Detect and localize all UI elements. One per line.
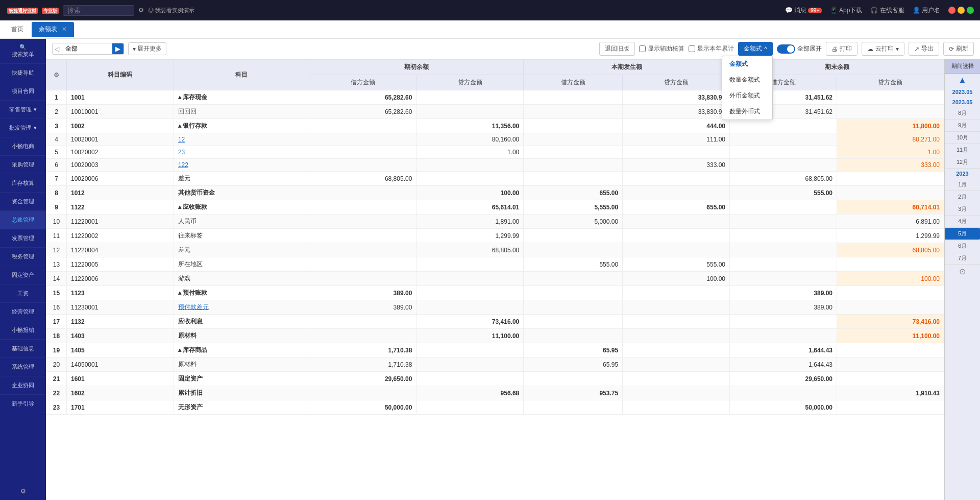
month-10[interactable]: 10月 — [945, 132, 980, 144]
table-settings-icon[interactable]: ⚙ — [54, 72, 59, 79]
table-row: 171132应收利息73,416.0073,416.00 — [46, 315, 944, 329]
sidebar: 🔍搜索菜单 快捷导航 项目合同 零售管理 ▾ 批发管理 ▾ 小畅电商 采购管理 … — [0, 39, 46, 500]
message-btn[interactable]: 💬 消息 99+ — [785, 6, 822, 15]
cell-curr-debit: 5,555.00 — [524, 200, 623, 215]
sidebar-item-basic-info[interactable]: 基础信息 — [0, 340, 46, 358]
window-controls — [948, 7, 974, 14]
cell-code: 11220001 — [67, 215, 174, 229]
cell-ob-debit — [309, 329, 416, 343]
cell-curr-debit — [524, 105, 623, 119]
sidebar-item-ledger[interactable]: 总账管理 — [0, 211, 46, 229]
show-assist-check[interactable]: 显示辅助核算 — [639, 44, 684, 53]
sidebar-item-purchase[interactable]: 采购管理 — [0, 156, 46, 174]
col-ob-debit: 借方金额 — [309, 75, 416, 90]
cell-curr-credit — [623, 229, 730, 243]
table-row: 31002▴ 银行存款11,356.00444.0011,800.00 — [46, 119, 944, 133]
tab-close-icon[interactable]: ✕ — [62, 26, 67, 33]
cell-name: 122 — [174, 159, 309, 172]
month-12[interactable]: 12月 — [945, 156, 980, 169]
month-8[interactable]: 8月 — [945, 107, 980, 120]
cell-ob-credit — [416, 257, 524, 272]
amount-style-option-3[interactable]: 外币金额式 — [722, 88, 772, 104]
cell-cb-debit — [730, 386, 837, 400]
user-avatar[interactable]: 👤 用户名 — [913, 6, 940, 15]
tab-balance[interactable]: 余额表 ✕ — [32, 22, 74, 37]
month-7[interactable]: 7月 — [945, 252, 980, 265]
cell-cb-debit: 29,650.00 — [730, 372, 837, 386]
sidebar-item-collab[interactable]: 企业协同 — [0, 376, 46, 395]
sidebar-item-retail[interactable]: 零售管理 ▾ — [0, 101, 46, 119]
amount-style-option-4[interactable]: 数量外币式 — [722, 104, 772, 120]
export-btn[interactable]: ↗ 导出 — [909, 42, 939, 56]
tab-home[interactable]: 首页 — [4, 22, 31, 37]
cell-code: 11220002 — [67, 229, 174, 243]
sidebar-item-expense[interactable]: 小畅报销 — [0, 321, 46, 340]
show-annual-checkbox[interactable] — [689, 45, 695, 52]
cell-curr-credit — [623, 186, 730, 200]
win-close-btn[interactable] — [948, 7, 955, 14]
show-annual-check[interactable]: 显示本年累计 — [689, 44, 734, 53]
sidebar-item-newbie[interactable]: 新手引导 — [0, 395, 46, 413]
settings-icon[interactable]: ⚙ — [138, 7, 144, 14]
amount-style-option-1[interactable]: 金额式 — [722, 56, 772, 72]
cloud-print-caret-icon: ▾ — [896, 45, 899, 53]
show-assist-checkbox[interactable] — [639, 45, 646, 52]
print-btn[interactable]: 🖨 打印 — [826, 42, 857, 56]
app-download-btn[interactable]: 📱 App下载 — [830, 6, 862, 15]
refresh-btn[interactable]: ⟳ 刷新 — [943, 42, 974, 56]
cell-cb-credit: 1,299.99 — [837, 229, 944, 243]
month-2[interactable]: 2月 — [945, 191, 980, 203]
cell-rownum: 21 — [46, 372, 67, 386]
month-6[interactable]: 6月 — [945, 240, 980, 252]
return-old-btn[interactable]: 退回旧版 — [599, 42, 635, 56]
sidebar-item-project[interactable]: 项目合同 — [0, 82, 46, 101]
sidebar-item-quick-nav[interactable]: 快捷导航 — [0, 64, 46, 82]
amount-style-dropdown[interactable]: 金额式 ^ 金额式 数量金额式 外币金额式 数量外币式 — [738, 42, 773, 56]
expand-all-toggle[interactable]: 全部展开 — [777, 44, 822, 54]
win-max-btn[interactable] — [967, 7, 974, 14]
sidebar-item-ecommerce[interactable]: 小畅电商 — [0, 137, 46, 156]
subject-search-confirm[interactable]: ▶ — [112, 43, 124, 54]
sidebar-item-invoice[interactable]: 发票管理 — [0, 229, 46, 248]
demo-link[interactable]: ◎ 我要看实例演示 — [148, 7, 194, 14]
search-input[interactable] — [63, 5, 134, 16]
cell-rownum: 15 — [46, 286, 67, 300]
sidebar-item-tax[interactable]: 税务管理 — [0, 248, 46, 266]
cell-curr-debit — [524, 119, 623, 133]
cell-curr-credit — [623, 329, 730, 343]
subject-search-input[interactable] — [61, 44, 112, 54]
month-9[interactable]: 9月 — [945, 120, 980, 132]
sidebar-item-search[interactable]: 🔍搜索菜单 — [0, 39, 46, 64]
expand-more-btn[interactable]: ▾ 展开更多 — [128, 42, 166, 55]
month-4[interactable]: 4月 — [945, 216, 980, 228]
month-3[interactable]: 3月 — [945, 203, 980, 216]
amount-style-option-2[interactable]: 数量金额式 — [722, 72, 772, 88]
cell-rownum: 16 — [46, 300, 67, 315]
cell-cb-credit — [837, 286, 944, 300]
sidebar-item-operations[interactable]: 经营管理 — [0, 303, 46, 321]
col-subject-code: 科目编码 — [67, 60, 174, 90]
amount-style-btn[interactable]: 金额式 ^ — [738, 42, 773, 56]
expand-all-switch[interactable] — [777, 44, 795, 54]
sidebar-settings-icon[interactable]: ⚙ — [0, 483, 46, 500]
sidebar-item-payroll[interactable]: 工资 — [0, 284, 46, 303]
cell-ob-credit — [416, 90, 524, 105]
cell-cb-credit — [837, 343, 944, 358]
sidebar-item-wholesale[interactable]: 批发管理 ▾ — [0, 119, 46, 137]
panel-prev-year[interactable]: ▲ — [945, 74, 980, 87]
month-5[interactable]: 5月 — [945, 228, 980, 240]
cell-cb-debit: 389.00 — [730, 300, 837, 315]
cell-curr-credit: 100.00 — [623, 272, 730, 286]
online-service-btn[interactable]: 🎧 在线客服 — [870, 6, 904, 15]
panel-collapse-icon[interactable]: ⊙ — [945, 265, 980, 278]
cell-rownum: 18 — [46, 329, 67, 343]
cell-ob-debit — [309, 229, 416, 243]
sidebar-item-assets[interactable]: 固定资产 — [0, 266, 46, 284]
sidebar-item-system[interactable]: 系统管理 — [0, 358, 46, 376]
sidebar-item-inventory[interactable]: 库存核算 — [0, 174, 46, 193]
win-min-btn[interactable] — [958, 7, 965, 14]
sidebar-item-capital[interactable]: 资金管理 — [0, 193, 46, 211]
month-1[interactable]: 1月 — [945, 179, 980, 191]
month-11[interactable]: 11月 — [945, 144, 980, 156]
cloud-print-btn[interactable]: ☁ 云打印 ▾ — [862, 42, 904, 56]
